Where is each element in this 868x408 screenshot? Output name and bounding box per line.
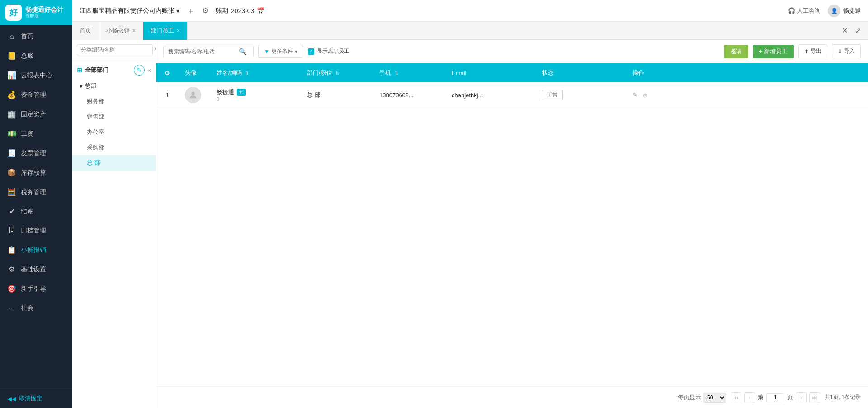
td-avatar	[179, 82, 210, 108]
avatar-icon: 👤	[831, 8, 838, 14]
all-departments[interactable]: ⊞ 全部部门	[77, 66, 108, 74]
sidebar-item-settings[interactable]: ⚙ 基础设置	[0, 260, 72, 279]
employee-search-input[interactable]	[168, 48, 236, 55]
export-icon: ⬆	[804, 48, 809, 55]
tab-expense-close[interactable]: ×	[132, 28, 136, 34]
show-resigned: 显示离职员工	[308, 47, 349, 55]
employee-search-icon[interactable]: 🔍	[239, 48, 246, 55]
sidebar-item-label: 首页	[21, 33, 33, 41]
tab-dept-employee-close[interactable]: ×	[177, 28, 180, 34]
th-name[interactable]: 姓名/编码 ⇅	[210, 63, 301, 82]
checkout-icon: ✔	[7, 207, 16, 216]
toolbar-right: 邀请 + 新增员工 ⬆ 导出 ⬇ 导入	[724, 44, 861, 58]
employee-table: ⚙ 头像 姓名/编码 ⇅ 部门/职位 ⇅	[156, 63, 868, 108]
per-page-selector[interactable]: 50 100	[703, 393, 726, 403]
sidebar-item-tax[interactable]: 🧮 税务管理	[0, 182, 72, 202]
th-status: 状态	[536, 63, 626, 82]
export-btn[interactable]: ⬆ 导出	[798, 44, 827, 58]
funds-icon: 💰	[7, 90, 16, 99]
th-avatar: 头像	[179, 63, 210, 82]
assets-icon: 🏢	[7, 110, 16, 119]
svg-point-0	[191, 92, 194, 95]
dept-collapse-icon[interactable]: «	[147, 66, 151, 74]
th-name-label: 姓名/编码	[217, 69, 242, 76]
th-status-label: 状态	[542, 69, 554, 76]
sidebar-item-label: 基础设置	[21, 266, 46, 274]
sidebar-item-funds[interactable]: 💰 资金管理	[0, 85, 72, 104]
sidebar-item-home[interactable]: ⌂ 首页	[0, 27, 72, 46]
th-dept[interactable]: 部门/职位 ⇅	[301, 63, 373, 82]
sidebar-item-more[interactable]: ··· 社会	[0, 299, 72, 318]
td-email: chanjethkj...	[445, 82, 536, 108]
pagination: 每页显示 50 100 ⏮ ‹ 第 页 › ⏭ 共1页, 1条记录	[156, 386, 868, 408]
close-window-icon[interactable]: ✕	[840, 24, 849, 37]
first-page-btn[interactable]: ⏮	[731, 392, 741, 403]
company-name[interactable]: 江西服宝精品有限责任公司内账张 ▾	[80, 7, 179, 15]
th-phone[interactable]: 手机 ⇅	[373, 63, 445, 82]
sidebar-item-expense[interactable]: 📋 小畅报销	[0, 240, 72, 260]
add-employee-btn[interactable]: + 新增员工	[753, 45, 794, 58]
settings-icon: ⚙	[7, 265, 16, 274]
sidebar-item-label: 固定资产	[21, 110, 46, 119]
th-dept-label: 部门/职位	[307, 69, 332, 76]
sidebar-item-salary[interactable]: 💵 工资	[0, 124, 72, 143]
invite-btn[interactable]: 邀请	[724, 45, 748, 58]
dept-tree-header: ⊞ 全部部门 ✎ «	[72, 60, 156, 78]
import-btn[interactable]: ⬇ 导入	[832, 44, 861, 58]
filter-dropdown-icon: ▾	[295, 48, 297, 55]
dept-item-finance[interactable]: 财务部	[72, 94, 156, 109]
tab-expense[interactable]: 小畅报销 ×	[99, 22, 143, 40]
dept-item-general[interactable]: ▾ 总部	[72, 78, 156, 94]
maximize-icon[interactable]: ⤢	[853, 24, 863, 37]
next-page-btn[interactable]: ›	[796, 392, 807, 403]
sidebar-item-guide[interactable]: 🎯 新手引导	[0, 279, 72, 299]
sidebar-item-checkout[interactable]: ✔ 结账	[0, 202, 72, 221]
dept-item-purchase[interactable]: 采购部	[72, 140, 156, 155]
invoice-icon: 🧾	[7, 149, 16, 157]
logo-sub: 旗舰版	[25, 13, 63, 19]
sidebar-item-invoice[interactable]: 🧾 发票管理	[0, 143, 72, 163]
account-period: 账期 2023-03 📅	[216, 7, 264, 15]
edit-icon[interactable]: ✎	[632, 91, 638, 99]
calendar-icon[interactable]: 📅	[257, 7, 264, 14]
ledger-icon: 📒	[7, 52, 16, 60]
export-label: 导出	[811, 47, 821, 55]
user-info[interactable]: 👤 畅捷通	[828, 5, 861, 17]
tab-home[interactable]: 首页	[72, 22, 99, 40]
sidebar-item-inventory[interactable]: 📦 库存核算	[0, 163, 72, 182]
last-page-btn[interactable]: ⏭	[809, 392, 820, 403]
dept-item-sales[interactable]: 销售部	[72, 109, 156, 124]
inventory-icon: 📦	[7, 168, 16, 177]
dept-item-office[interactable]: 办公室	[72, 124, 156, 140]
dept-add-btn[interactable]: ✎	[134, 65, 145, 76]
customer-service-btn[interactable]: 🎧 人工咨询	[788, 7, 821, 15]
td-status: 正常	[536, 82, 626, 108]
page-number-input[interactable]	[766, 393, 784, 402]
th-settings[interactable]: ⚙	[156, 63, 179, 82]
dept-search-input[interactable]	[77, 44, 153, 55]
name-cell: 畅捷通 部	[217, 88, 294, 96]
customer-service-label: 人工咨询	[797, 7, 821, 15]
tab-dept-employee[interactable]: 部门员工 ×	[143, 22, 188, 40]
add-tab-icon[interactable]: ＋	[187, 5, 195, 16]
th-avatar-label: 头像	[185, 69, 197, 76]
show-resigned-checkbox[interactable]	[308, 48, 314, 55]
filter-btn[interactable]: ▼ 更多条件 ▾	[258, 45, 303, 58]
dept-item-head[interactable]: 总 部	[72, 155, 156, 171]
sidebar-item-reports[interactable]: 📊 云报表中心	[0, 66, 72, 85]
dept-arrow-icon: ▾	[80, 83, 83, 90]
page-suffix: 页	[787, 394, 793, 402]
page-size-select: 每页显示 50 100	[678, 393, 726, 403]
settings-gear-icon[interactable]: ⚙	[202, 6, 208, 15]
prev-page-btn[interactable]: ‹	[744, 392, 755, 403]
unpin-button[interactable]: ◀◀ 取消固定	[0, 389, 72, 408]
per-page-label: 每页显示	[678, 394, 701, 402]
td-dept: 总 部	[301, 82, 373, 108]
sidebar-item-assets[interactable]: 🏢 固定资产	[0, 104, 72, 124]
sidebar-item-archive[interactable]: 🗄 归档管理	[0, 221, 72, 240]
th-email: Email	[445, 63, 536, 82]
sidebar-item-label: 库存核算	[21, 169, 46, 177]
sidebar-item-label: 结账	[21, 208, 33, 216]
logout-icon[interactable]: ⎋	[643, 91, 647, 99]
sidebar-item-ledger[interactable]: 📒 总账	[0, 46, 72, 66]
